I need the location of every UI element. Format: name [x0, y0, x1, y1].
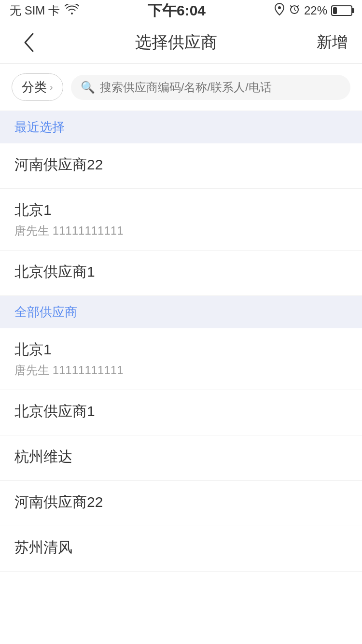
all-section-label: 全部供应商 — [14, 305, 77, 319]
item-name: 苏州清风 — [14, 538, 348, 558]
status-right: 22% — [274, 3, 352, 18]
list-item[interactable]: 河南供应商22 — [0, 481, 362, 526]
list-item[interactable]: 北京1唐先生 11111111111 — [0, 189, 362, 251]
nav-bar: 选择供应商 新增 — [0, 21, 362, 64]
list-item[interactable]: 北京供应商1 — [0, 390, 362, 435]
list-item[interactable]: 北京1唐先生 11111111111 — [0, 328, 362, 390]
recent-list: 河南供应商22北京1唐先生 11111111111北京供应商1 — [0, 143, 362, 296]
svg-point-0 — [278, 6, 281, 9]
recent-section-label: 最近选择 — [14, 120, 65, 134]
status-left: 无 SIM 卡 — [10, 3, 79, 18]
alarm-icon — [289, 3, 300, 18]
list-item[interactable]: 杭州维达 — [0, 435, 362, 481]
status-bar: 无 SIM 卡 下午6:04 22% — [0, 0, 362, 21]
wifi-icon — [65, 4, 79, 17]
category-label: 分类 — [22, 79, 47, 96]
add-button[interactable]: 新增 — [309, 32, 348, 53]
filter-bar: 分类 › 🔍 — [0, 64, 362, 111]
battery-icon — [331, 5, 352, 16]
all-suppliers-list: 北京1唐先生 11111111111北京供应商1杭州维达河南供应商22苏州清风 — [0, 328, 362, 572]
back-button[interactable] — [14, 28, 43, 57]
battery-percentage: 22% — [304, 4, 327, 17]
item-name: 北京1 — [14, 340, 348, 360]
status-time: 下午6:04 — [148, 1, 206, 21]
location-icon — [274, 3, 285, 18]
item-sub: 唐先生 11111111111 — [14, 363, 348, 378]
item-name: 北京1 — [14, 200, 348, 220]
list-item[interactable]: 北京供应商1 — [0, 251, 362, 296]
search-icon: 🔍 — [81, 81, 95, 94]
search-box[interactable]: 🔍 — [71, 75, 350, 100]
list-item[interactable]: 苏州清风 — [0, 526, 362, 572]
page-title: 选择供应商 — [43, 31, 309, 54]
item-sub: 唐先生 11111111111 — [14, 223, 348, 238]
all-section-header: 全部供应商 — [0, 296, 362, 328]
item-name: 北京供应商1 — [14, 402, 348, 421]
category-button[interactable]: 分类 › — [12, 73, 63, 101]
search-input[interactable] — [100, 81, 341, 94]
chevron-icon: › — [50, 82, 53, 93]
carrier-text: 无 SIM 卡 — [10, 3, 60, 18]
item-name: 杭州维达 — [14, 447, 348, 467]
item-name: 河南供应商22 — [14, 155, 348, 175]
list-item[interactable]: 河南供应商22 — [0, 143, 362, 189]
item-name: 河南供应商22 — [14, 492, 348, 512]
recent-section-header: 最近选择 — [0, 111, 362, 143]
item-name: 北京供应商1 — [14, 262, 348, 282]
